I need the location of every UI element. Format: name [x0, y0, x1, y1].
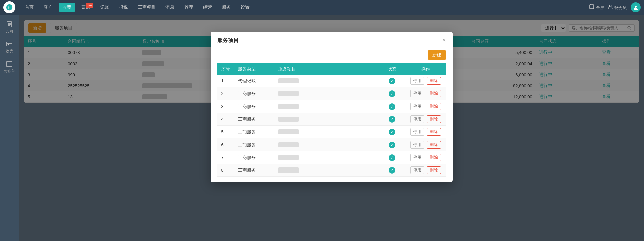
dcell-action: 停用 删除	[406, 113, 446, 126]
status-active-icon: ✓	[389, 116, 395, 123]
dialog-table-row: 7 工商服务 ███ ✓ 停用 删除	[217, 151, 446, 164]
nav-bookkeeping[interactable]: 记账	[96, 3, 113, 12]
dcell-action: 停用 删除	[406, 151, 446, 164]
dcell-item: ███	[274, 126, 379, 138]
dcell-action: 停用 删除	[406, 75, 446, 87]
delete-button[interactable]: 删除	[427, 90, 441, 97]
stop-button[interactable]: 停用	[410, 141, 424, 149]
status-active-icon: ✓	[389, 129, 395, 135]
stop-button[interactable]: 停用	[410, 103, 424, 110]
dialog-new-button[interactable]: 新建	[428, 50, 446, 60]
delete-button[interactable]: 删除	[427, 128, 441, 136]
nav-business[interactable]: 工商项目	[134, 3, 159, 12]
stop-button[interactable]: 停用	[410, 128, 424, 136]
dialog-body: 序号 服务类型 服务项目 状态 操作 1 代理记账 ████1 ✓ 停用	[211, 63, 453, 182]
dcell-type: 工商服务	[234, 87, 274, 100]
dialog: 服务项目 × 新建 序号 服务类型 服务项目 状态	[211, 32, 453, 182]
svg-rect-2	[590, 5, 594, 9]
dcell-type: 工商服务	[234, 151, 274, 164]
nav-operation[interactable]: 经营	[199, 3, 216, 12]
nav-service[interactable]: 服务	[218, 3, 235, 12]
dcell-status: ✓	[379, 87, 406, 100]
dialog-table-row: 6 工商服务 █████ ✓ 停用 删除	[217, 138, 446, 151]
dcell-item: ██	[274, 113, 379, 126]
dcell-status: ✓	[379, 151, 406, 164]
dcell-item: █████	[274, 138, 379, 151]
dcell-status: ✓	[379, 164, 406, 177]
dcol-type: 服务类型	[234, 63, 274, 75]
svg-point-11	[8, 44, 9, 45]
dcell-type: 工商服务	[234, 164, 274, 177]
delete-button[interactable]: 删除	[427, 103, 441, 110]
sidebar-label-contract: 合同	[2, 29, 16, 34]
status-active-icon: ✓	[389, 78, 395, 84]
dcell-type: 工商服务	[234, 100, 274, 113]
dialog-table: 序号 服务类型 服务项目 状态 操作 1 代理记账 ████1 ✓ 停用	[217, 63, 446, 177]
status-active-icon: ✓	[389, 167, 395, 174]
content-area: 新增 服务项目 进行中 全部 已终止	[19, 15, 644, 241]
dcell-seq: 6	[217, 138, 234, 151]
nav-invoice[interactable]: 票据 new	[77, 3, 94, 12]
nav-fee[interactable]: 收费	[59, 3, 75, 12]
nav-settings[interactable]: 设置	[237, 3, 254, 12]
nav-tax[interactable]: 报税	[115, 3, 132, 12]
dialog-table-row: 1 代理记账 ████1 ✓ 停用 删除	[217, 75, 446, 87]
dcell-type: 代理记账	[234, 75, 274, 87]
dcell-type: 工商服务	[234, 126, 274, 138]
delete-button[interactable]: 删除	[427, 115, 441, 123]
dcell-type: 工商服务	[234, 138, 274, 151]
nav-message[interactable]: 消息	[161, 3, 178, 12]
dcell-seq: 1	[217, 75, 234, 87]
dialog-table-row: 3 工商服务 ████ ✓ 停用 删除	[217, 100, 446, 113]
dialog-table-row: 8 工商服务 ██注册 ✓ 停用 删除	[217, 164, 446, 177]
stop-button[interactable]: 停用	[410, 166, 424, 174]
dcell-status: ✓	[379, 113, 406, 126]
sidebar-item-contract[interactable]: 合同	[1, 18, 18, 37]
dialog-toolbar: 新建	[211, 47, 453, 63]
delete-button[interactable]: 删除	[427, 166, 441, 174]
nav-manage[interactable]: 管理	[180, 3, 197, 12]
dcell-type: 工商服务	[234, 113, 274, 126]
status-active-icon: ✓	[389, 103, 395, 110]
dialog-table-row: 2 工商服务 ████ ✓ 停用 删除	[217, 87, 446, 100]
dcell-status: ✓	[379, 75, 406, 87]
app-logo: 财	[3, 1, 15, 13]
status-active-icon: ✓	[389, 154, 395, 161]
dcol-seq: 序号	[217, 63, 234, 75]
nav-items: 首页 客户 收费 票据 new 记账 报税 工商项目 消息 管理 经营 服务 设…	[21, 3, 589, 12]
svg-text:财: 财	[8, 6, 11, 9]
stop-button[interactable]: 停用	[410, 154, 424, 161]
stop-button[interactable]: 停用	[410, 77, 424, 85]
sidebar-item-statement[interactable]: 对账单	[1, 58, 18, 76]
dcell-action: 停用 删除	[406, 87, 446, 100]
new-badge: new	[86, 3, 93, 8]
modal-overlay: 服务项目 × 新建 序号 服务类型 服务项目 状态	[19, 15, 644, 241]
dcell-seq: 3	[217, 100, 234, 113]
dialog-close-button[interactable]: ×	[442, 37, 446, 44]
delete-button[interactable]: 删除	[427, 77, 441, 85]
sidebar-label-fee: 收费	[2, 49, 16, 54]
dcell-seq: 8	[217, 164, 234, 177]
nav-home[interactable]: 首页	[21, 3, 38, 12]
dcell-status: ✓	[379, 126, 406, 138]
dcell-item: ████1	[274, 75, 379, 87]
dcell-status: ✓	[379, 138, 406, 151]
dialog-header: 服务项目 ×	[211, 32, 453, 47]
delete-button[interactable]: 删除	[427, 154, 441, 161]
delete-button[interactable]: 删除	[427, 141, 441, 149]
stop-button[interactable]: 停用	[410, 90, 424, 97]
sidebar-item-fee[interactable]: 收费	[1, 38, 18, 56]
member-btn[interactable]: 畅会员	[608, 4, 627, 11]
dcell-item: ████	[274, 100, 379, 113]
dcell-seq: 4	[217, 113, 234, 126]
avatar[interactable]	[631, 2, 641, 12]
stop-button[interactable]: 停用	[410, 115, 424, 123]
sidebar-label-statement: 对账单	[2, 69, 16, 74]
nav-customer[interactable]: 客户	[40, 3, 56, 12]
dcell-seq: 2	[217, 87, 234, 100]
fullscreen-btn[interactable]: 全屏	[589, 4, 604, 11]
dcell-item: ██注册	[274, 164, 379, 177]
dcell-item: ███	[274, 151, 379, 164]
sidebar: 合同 收费 对账单	[0, 15, 19, 241]
dcell-action: 停用 删除	[406, 126, 446, 138]
